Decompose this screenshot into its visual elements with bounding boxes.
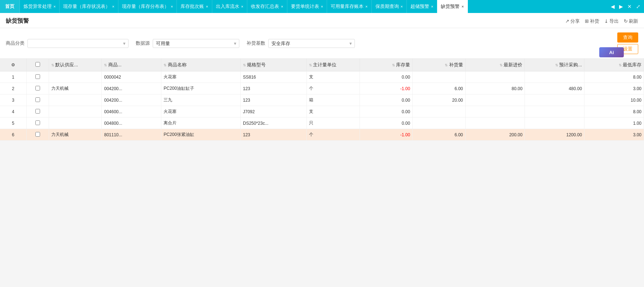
col-header-spec[interactable]: ⇅ 规格型号 <box>240 59 306 71</box>
cell-replenish <box>413 71 465 83</box>
cell-price: 80.00 <box>465 83 525 94</box>
cell-stock: 0.00 <box>360 118 412 129</box>
col-header-unit[interactable]: ⇅ 主计量单位 <box>307 59 360 71</box>
share-icon: ↗ <box>565 18 569 24</box>
cell-unit: 个 <box>307 83 360 94</box>
nav-tab-1[interactable]: 炼货异常处理 × <box>20 0 60 13</box>
cell-checkbox[interactable] <box>26 118 49 129</box>
cell-unit: 箱 <box>307 94 360 106</box>
table-row: 1 0000042 火花塞 SS816 支 0.00 8.00 <box>0 71 644 83</box>
cell-num: 6 <box>0 129 26 141</box>
datasource-select-wrapper: 可用量 <box>153 39 239 48</box>
refresh-action[interactable]: ↻ 刷新 <box>624 18 638 25</box>
col-header-code[interactable]: ⇅ 商品... <box>102 59 161 71</box>
nav-close-all-btn[interactable]: ✕ <box>625 4 634 9</box>
col-gear[interactable]: ⚙ <box>0 59 26 71</box>
close-tab-5[interactable]: × <box>241 4 243 9</box>
cell-unit: 支 <box>307 71 360 83</box>
row-checkbox-0[interactable] <box>35 74 40 79</box>
col-select-all[interactable] <box>26 59 49 71</box>
category-select-wrapper <box>27 39 129 48</box>
col-header-supplier[interactable]: ⇅ 默认供应... <box>49 59 101 71</box>
cell-spec: SS816 <box>240 71 306 83</box>
cell-code: 004600... <box>102 106 161 118</box>
row-checkbox-3[interactable] <box>35 109 40 114</box>
cell-code: 004800... <box>102 118 161 129</box>
close-tab-10[interactable]: × <box>431 4 433 9</box>
datasource-filter-group: 数据源 可用量 <box>136 39 239 48</box>
cell-num: 2 <box>0 83 26 94</box>
cell-spec: DS250*23c... <box>240 118 306 129</box>
cell-price: 200.00 <box>465 129 525 141</box>
datasource-select[interactable]: 可用量 <box>153 39 239 48</box>
row-checkbox-4[interactable] <box>35 120 40 125</box>
col-header-stock[interactable]: ⇅ 库存量 <box>360 59 412 71</box>
row-checkbox-5[interactable] <box>35 132 40 137</box>
cell-estimate <box>525 106 584 118</box>
nav-tab-2[interactable]: 现存量（库存状况表） × <box>60 0 118 13</box>
export-action[interactable]: ⤓ 导出 <box>604 18 619 25</box>
nav-tab-home[interactable]: 首页 <box>0 0 20 13</box>
replenish-base-select[interactable]: 安全库存 <box>268 39 355 48</box>
cell-checkbox[interactable] <box>26 71 49 83</box>
col-header-price[interactable]: ⇅ 最新进价 <box>465 59 525 71</box>
nav-tab-9[interactable]: 保质期查询 × <box>372 0 407 13</box>
page-header: 缺货预警 ↗ 分享 ⊞ 补货 ⤓ 导出 ↻ 刷新 <box>0 13 644 28</box>
close-tab-9[interactable]: × <box>401 4 403 9</box>
cell-num: 4 <box>0 106 26 118</box>
cell-checkbox[interactable] <box>26 83 49 94</box>
close-tab-11[interactable]: × <box>461 4 464 9</box>
cell-checkbox[interactable] <box>26 106 49 118</box>
close-tab-1[interactable]: × <box>53 4 56 9</box>
nav-tab-3[interactable]: 现存量（库存分布表） × <box>118 0 177 13</box>
row-checkbox-1[interactable] <box>35 86 40 90</box>
col-header-estimate[interactable]: ⇅ 预计采购... <box>525 59 584 71</box>
cell-estimate: 480.00 <box>525 83 584 94</box>
nav-fullscreen-btn[interactable]: ⤢ <box>634 4 643 9</box>
nav-tab-10[interactable]: 超储预警 × <box>407 0 437 13</box>
cell-estimate <box>525 71 584 83</box>
cell-stock: 0.00 <box>360 106 412 118</box>
col-header-name[interactable]: ⇅ 商品名称 <box>161 59 241 71</box>
nav-prev-btn[interactable]: ◀ <box>609 4 617 9</box>
nav-tab-4[interactable]: 库存批次账 × <box>177 0 212 13</box>
close-tab-2[interactable]: × <box>112 4 114 9</box>
refresh-icon: ↻ <box>624 18 628 24</box>
close-tab-6[interactable]: × <box>281 4 283 9</box>
row-checkbox-2[interactable] <box>35 97 40 102</box>
cell-supplier <box>49 118 101 129</box>
col-header-replenish[interactable]: ⇅ 补货量 <box>413 59 465 71</box>
data-table: ⚙ ⇅ 默认供应... ⇅ 商品... ⇅ 商品名称 ⇅ 规格型号 ⇅ 主计量单… <box>0 59 644 141</box>
ai-badge[interactable]: Ai <box>599 47 624 57</box>
replenish-action[interactable]: ⊞ 补货 <box>585 18 599 25</box>
close-tab-3[interactable]: × <box>171 4 173 9</box>
cell-name: 火花塞 <box>161 71 241 83</box>
nav-tab-7[interactable]: 要货单统计表 × <box>287 0 327 13</box>
share-action[interactable]: ↗ 分享 <box>565 18 580 25</box>
cell-name: PC200张紧油缸 <box>161 129 241 141</box>
filter-bar: 商品分类 数据源 可用量 补货基数 安全库存 查询 <box>0 28 644 59</box>
cell-supplier <box>49 106 101 118</box>
nav-tab-8[interactable]: 可用量库存账本 × <box>327 0 371 13</box>
top-nav: 首页 炼货异常处理 × 现存量（库存状况表） × 现存量（库存分布表） × 库存… <box>0 0 644 13</box>
col-header-minstock[interactable]: ⇅ 最低库存 <box>584 59 644 71</box>
nav-tab-6[interactable]: 收发存汇总表 × <box>247 0 287 13</box>
nav-next-btn[interactable]: ▶ <box>617 4 625 9</box>
select-all-checkbox[interactable] <box>35 62 40 67</box>
cell-price <box>465 94 525 106</box>
category-select[interactable] <box>27 39 129 48</box>
table-row: 6 力天机械 801110... PC200张紧油缸 123 个 -1.00 6… <box>0 129 644 141</box>
cell-unit: 个 <box>307 129 360 141</box>
cell-checkbox[interactable] <box>26 94 49 106</box>
close-tab-7[interactable]: × <box>321 4 323 9</box>
close-tab-4[interactable]: × <box>206 4 208 9</box>
cell-checkbox[interactable] <box>26 129 49 141</box>
cell-minstock: 8.00 <box>584 71 644 83</box>
nav-tab-5[interactable]: 出入库流水 × <box>212 0 247 13</box>
close-tab-8[interactable]: × <box>365 4 367 9</box>
category-label: 商品分类 <box>6 40 25 47</box>
cell-estimate <box>525 118 584 129</box>
query-button[interactable]: 查询 <box>617 32 638 43</box>
header-actions: ↗ 分享 ⊞ 补货 ⤓ 导出 ↻ 刷新 <box>565 18 638 25</box>
nav-tab-11[interactable]: 缺货预警 × <box>437 0 467 13</box>
